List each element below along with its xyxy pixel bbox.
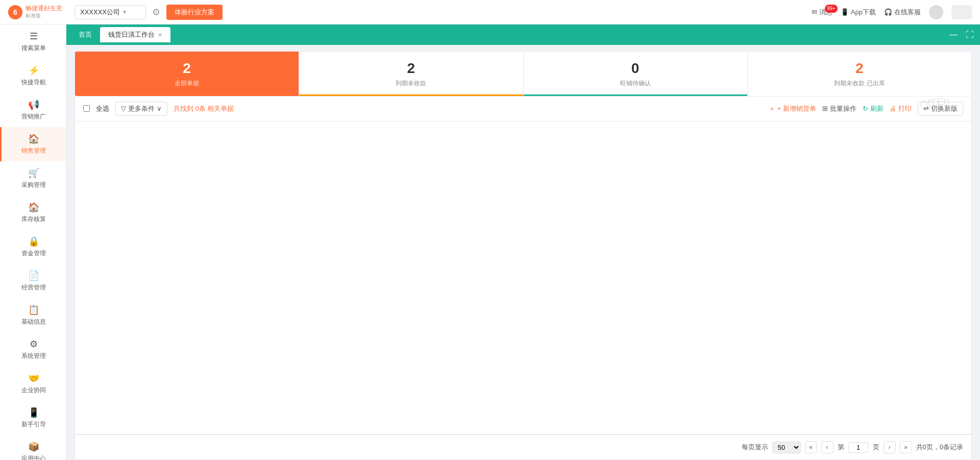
toolbar-right: ＋ + 新增销货单 ⊞ 批量操作 ↻ 刷新 🖨 打印 <box>769 102 963 116</box>
app-download-label: App下载 <box>851 8 876 17</box>
sidebar-label-search-menu: 搜索菜单 <box>21 44 46 53</box>
message-badge: 99+ <box>825 5 838 13</box>
sidebar-item-base-info[interactable]: 📋 基础信息 <box>0 298 66 332</box>
company-selector[interactable]: XXXXXX公司 ▼ <box>75 5 146 19</box>
sidebar-item-quick-nav[interactable]: ⚡ 快捷导航 <box>0 59 66 93</box>
sidebar-label-operation: 经营管理 <box>21 283 46 292</box>
card-num-wangpu: 0 <box>534 60 737 77</box>
user-name-area <box>951 5 972 19</box>
batch-button[interactable]: ⊞ 批量操作 <box>822 104 856 113</box>
system-icon: ⚙ <box>30 338 38 350</box>
page-input[interactable] <box>848 442 869 453</box>
switch-button[interactable]: ⇌ 切换新版 <box>918 102 963 116</box>
quick-nav-icon: ⚡ <box>28 65 39 76</box>
result-prefix: 共找到 <box>174 105 193 112</box>
prev-page-button[interactable]: ‹ <box>821 441 834 453</box>
sidebar-item-enterprise[interactable]: 🤝 企业协同 <box>0 367 66 401</box>
sidebar: ☰ 搜索菜单 ⚡ 快捷导航 📢 营销推广 🏠 销售管理 🛒 采购管理 🏠 库存核… <box>0 25 66 460</box>
total-label: 共0页，0条记录 <box>916 443 963 452</box>
filter-button[interactable]: ▽ 更多条件 ∨ <box>115 102 167 116</box>
sidebar-item-system[interactable]: ⚙ 系统管理 <box>0 332 66 367</box>
sidebar-item-purchase[interactable]: 🛒 采购管理 <box>0 161 66 196</box>
sidebar-label-capital: 资金管理 <box>21 249 46 258</box>
marketing-icon: 📢 <box>28 99 39 110</box>
company-name: XXXXXX公司 <box>80 8 120 17</box>
summary-cards: 2 全部单据 2 到期未收款 0 旺铺待确认 2 到期未收款 已出库 <box>75 51 972 96</box>
settings-icon[interactable]: ⚙ <box>152 7 160 18</box>
logo-icon: 6 <box>8 5 22 19</box>
headset-icon: 🎧 <box>884 8 892 16</box>
tab-close-icon[interactable]: ✕ <box>158 32 162 38</box>
company-dropdown-arrow: ▼ <box>122 9 127 15</box>
trial-button[interactable]: 体验行业方案 <box>166 5 223 20</box>
select-all-checkbox[interactable] <box>83 105 90 112</box>
message-icon: ✉ <box>812 8 817 16</box>
sidebar-item-inventory[interactable]: 🏠 库存核算 <box>0 196 66 230</box>
content-area: 2 全部单据 2 到期未收款 0 旺铺待确认 2 到期未收款 已出库 <box>66 45 980 460</box>
top-header: 6 畅捷通好生意 标准版 XXXXXX公司 ▼ ⚙ 体验行业方案 ✉ 消息 99… <box>0 0 980 25</box>
tab-bar-right: — ⛶ <box>947 30 976 39</box>
card-label-unshipped: 到期未收款 已出库 <box>758 79 961 88</box>
card-num-unshipped: 2 <box>758 60 961 77</box>
result-info: 共找到 0条 相关单据 <box>174 104 234 113</box>
summary-card-all[interactable]: 2 全部单据 <box>75 52 299 96</box>
logo-line2: 标准版 <box>26 12 62 19</box>
card-underline-wangpu <box>524 94 747 96</box>
logo-area: 6 畅捷通好生意 标准版 <box>8 5 75 20</box>
sidebar-item-sales[interactable]: 🏠 销售管理 <box>0 127 66 161</box>
online-service-item[interactable]: 🎧 在线客服 <box>884 8 921 17</box>
sidebar-label-purchase: 采购管理 <box>21 181 46 189</box>
result-suffix: 相关单据 <box>207 105 234 112</box>
sales-icon: 🏠 <box>28 133 39 144</box>
result-count: 0条 <box>195 105 206 112</box>
sidebar-item-operation[interactable]: 📄 经营管理 <box>0 264 66 298</box>
sidebar-item-capital[interactable]: 🔒 资金管理 <box>0 230 66 264</box>
header-right: ✉ 消息 99+ 📱 App下载 🎧 在线客服 <box>812 5 972 19</box>
search-menu-icon: ☰ <box>30 31 38 42</box>
inventory-icon: 🏠 <box>28 202 39 213</box>
table-area <box>75 122 972 434</box>
purchase-icon: 🛒 <box>28 167 39 179</box>
card-num-overdue: 2 <box>309 60 512 77</box>
tab-maximize-icon[interactable]: ⛶ <box>964 30 976 39</box>
card-label-wangpu: 旺铺待确认 <box>534 79 737 88</box>
base-info-icon: 📋 <box>28 304 39 316</box>
card-num-all: 2 <box>85 60 288 77</box>
summary-card-overdue[interactable]: 2 到期未收款 <box>299 52 523 96</box>
tab-cash-daily[interactable]: 钱货日清工作台 ✕ <box>100 27 170 42</box>
header-center: ⚙ 体验行业方案 <box>146 5 812 20</box>
tab-minimize-icon[interactable]: — <box>947 30 960 39</box>
sidebar-label-inventory: 库存核算 <box>21 215 46 224</box>
card-underline-overdue <box>299 94 523 96</box>
app-download-item[interactable]: 📱 App下载 <box>841 8 876 17</box>
message-item[interactable]: ✉ 消息 99+ <box>812 8 832 17</box>
summary-card-wangpu[interactable]: 0 旺铺待确认 <box>524 52 748 96</box>
card-label-all: 全部单据 <box>85 79 288 88</box>
sidebar-label-quick-nav: 快捷导航 <box>21 78 46 87</box>
print-button[interactable]: 🖨 打印 <box>890 104 912 113</box>
sidebar-item-app-center[interactable]: 📦 应用中心 <box>0 435 66 460</box>
filter-label: 更多条件 <box>128 104 155 113</box>
main-content: 首页 钱货日清工作台 ✕ — ⛶ 2 全部单据 2 到期未收款 <box>66 25 980 460</box>
last-page-button[interactable]: » <box>900 441 912 453</box>
sidebar-item-guide[interactable]: 📱 新手引导 <box>0 401 66 435</box>
sidebar-label-guide: 新手引导 <box>21 420 46 429</box>
batch-icon: ⊞ <box>822 105 828 112</box>
refresh-button[interactable]: ↻ 刷新 <box>863 104 884 113</box>
add-button[interactable]: ＋ + 新增销货单 <box>769 104 816 113</box>
avatar[interactable] <box>929 5 943 19</box>
tab-home[interactable]: 首页 <box>70 27 100 42</box>
next-page-button[interactable]: › <box>884 441 896 453</box>
sidebar-label-sales: 销售管理 <box>21 147 46 155</box>
sidebar-item-search-menu[interactable]: ☰ 搜索菜单 <box>0 25 66 59</box>
app-body: ☰ 搜索菜单 ⚡ 快捷导航 📢 营销推广 🏠 销售管理 🛒 采购管理 🏠 库存核… <box>0 25 980 460</box>
switch-icon: ⇌ <box>923 105 929 112</box>
app-download-icon: 📱 <box>841 8 849 16</box>
first-page-button[interactable]: « <box>805 441 817 453</box>
sidebar-item-marketing[interactable]: 📢 营销推广 <box>0 93 66 127</box>
summary-card-unshipped[interactable]: 2 到期未收款 已出库 <box>748 52 971 96</box>
add-label: + 新增销货单 <box>777 104 816 113</box>
toolbar: 全选 ▽ 更多条件 ∨ 共找到 0条 相关单据 ＋ + 新增销货单 ⊞ <box>75 96 972 122</box>
per-page-select[interactable]: 50 20 100 <box>772 442 801 453</box>
sidebar-label-app-center: 应用中心 <box>21 454 46 460</box>
